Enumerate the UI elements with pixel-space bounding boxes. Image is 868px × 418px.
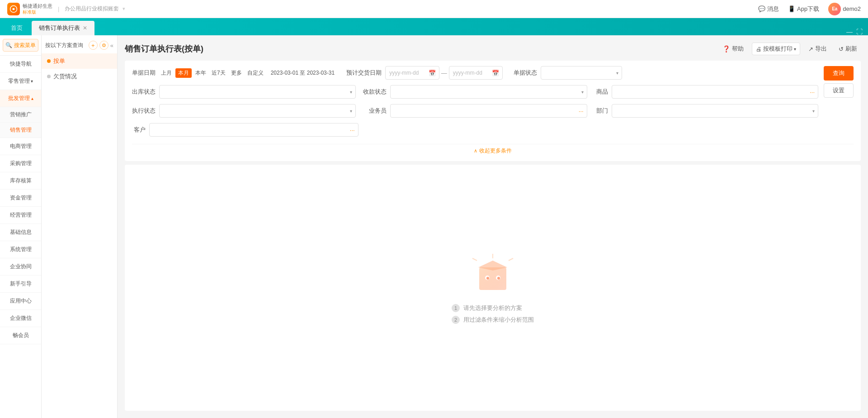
date-shortcut-7days[interactable]: 近7天 bbox=[210, 68, 227, 78]
salesperson-input[interactable] bbox=[390, 104, 587, 118]
sidebar-search-section: 🔍 搜索菜单 bbox=[0, 35, 41, 56]
sidebar-item-app-center[interactable]: 应用中心 bbox=[0, 293, 41, 310]
date-shortcut-this-month[interactable]: 本月 bbox=[175, 68, 192, 78]
customer-input[interactable] bbox=[149, 123, 359, 137]
minimize-icon[interactable]: — bbox=[846, 28, 853, 35]
sidebar-item-system[interactable]: 系统管理 bbox=[0, 241, 41, 258]
user-profile[interactable]: Ea demo2 bbox=[828, 3, 861, 15]
calendar-to-icon[interactable]: 📅 bbox=[492, 70, 499, 76]
out-status-select[interactable] bbox=[159, 85, 356, 99]
search-btn[interactable]: 查询 bbox=[824, 66, 854, 81]
date-shortcuts-group: 上月 本月 本年 近7天 更多 自定义 bbox=[159, 68, 265, 78]
expected-date-to-wrap: 📅 bbox=[449, 66, 503, 80]
date-separator: — bbox=[441, 70, 447, 76]
breadcrumb-separator: | bbox=[58, 5, 59, 12]
tab-sales-exec[interactable]: 销售订单执行表 ✕ bbox=[32, 21, 94, 35]
sidebar-item-basic-info[interactable]: 基础信息 bbox=[0, 224, 41, 241]
sidebar-item-wholesale[interactable]: 批发管理 ▴ bbox=[0, 90, 41, 107]
tab-actions: — ⛶ bbox=[841, 28, 868, 35]
left-panel-header: 按以下方案查询 + ⚙ « bbox=[42, 39, 117, 53]
message-btn[interactable]: 💬 消息 bbox=[758, 5, 779, 13]
chevron-down-icon: ▾ bbox=[31, 79, 33, 84]
filter-btn-group: 查询 设置 bbox=[824, 66, 854, 98]
customer-control: ··· bbox=[149, 123, 359, 137]
help-btn[interactable]: ❓ 帮助 bbox=[719, 43, 747, 55]
left-panel-manage-btn[interactable]: ⚙ bbox=[99, 41, 108, 50]
filter-main-area: 单据日期 上月 本月 本年 近7天 更多 自定义 bbox=[132, 66, 818, 138]
logo-icon bbox=[7, 3, 20, 15]
sidebar-item-finance[interactable]: 资金管理 bbox=[0, 190, 41, 207]
export-btn[interactable]: ↗ 导出 bbox=[805, 43, 830, 55]
app-download-icon: 📱 bbox=[788, 5, 795, 12]
exec-status-select[interactable] bbox=[159, 104, 356, 118]
refresh-btn[interactable]: ↺ 刷新 bbox=[835, 43, 861, 55]
sidebar-sub-item-marketing[interactable]: 营销推广 bbox=[0, 107, 41, 123]
breadcrumb[interactable]: 办公用品行业模拟账套 bbox=[65, 5, 119, 13]
salesperson-filter: 业务员 ··· bbox=[363, 104, 587, 118]
app-download-btn[interactable]: 📱 App下载 bbox=[788, 5, 819, 13]
left-panel-actions: + ⚙ « bbox=[89, 41, 113, 50]
sidebar-item-quick-nav[interactable]: 快捷导航 bbox=[0, 56, 41, 73]
status-select-wrap: ▾ bbox=[541, 66, 622, 80]
collapse-icon: ∧ bbox=[474, 148, 477, 154]
date-shortcut-custom[interactable]: 自定义 bbox=[245, 68, 265, 78]
sidebar-item-new-guide[interactable]: 新手引导 bbox=[0, 276, 41, 293]
svg-rect-1 bbox=[479, 267, 506, 290]
date-shortcut-this-year[interactable]: 本年 bbox=[193, 68, 208, 78]
exec-status-label: 执行状态 bbox=[132, 107, 156, 115]
left-panel-item-by-single[interactable]: 按单 bbox=[42, 53, 117, 69]
product-ellipsis-icon[interactable]: ··· bbox=[810, 89, 815, 95]
product-input[interactable] bbox=[612, 85, 818, 99]
sidebar-item-ecommerce[interactable]: 电商管理 bbox=[0, 138, 41, 155]
sidebar-item-retail[interactable]: 零售管理 ▾ bbox=[0, 73, 41, 90]
left-panel-add-btn[interactable]: + bbox=[89, 41, 98, 50]
empty-tip-1: 1 请先选择要分析的方案 bbox=[452, 304, 534, 312]
salesperson-ellipsis-icon[interactable]: ··· bbox=[579, 108, 584, 114]
sidebar-item-member[interactable]: 畅会员 bbox=[0, 327, 41, 344]
sidebar-sub-item-sales[interactable]: 销售管理 bbox=[0, 123, 41, 138]
sidebar-item-enterprise[interactable]: 企业协同 bbox=[0, 258, 41, 276]
empty-illustration bbox=[470, 252, 515, 297]
export-icon: ↗ bbox=[808, 46, 813, 52]
empty-state: 1 请先选择要分析的方案 2 用过滤条件来缩小分析范围 bbox=[125, 165, 861, 411]
sidebar-item-operations[interactable]: 经营管理 bbox=[0, 207, 41, 224]
item-dot-orange bbox=[47, 59, 51, 63]
filter-row-3: 执行状态 ▾ 业务员 bbox=[132, 104, 818, 118]
calendar-from-icon[interactable]: 📅 bbox=[429, 70, 436, 76]
date-shortcut-last-month[interactable]: 上月 bbox=[159, 68, 174, 78]
print-icon: 🖨 bbox=[756, 46, 762, 52]
collect-status-select[interactable] bbox=[390, 85, 587, 99]
dept-select[interactable] bbox=[612, 104, 818, 118]
expected-date-label: 预计交货日期 bbox=[345, 69, 382, 77]
sidebar-item-enterprise-wx[interactable]: 企业微信 bbox=[0, 310, 41, 327]
print-btn[interactable]: 🖨 按模板打印 ▾ bbox=[752, 43, 800, 55]
tab-close-icon[interactable]: ✕ bbox=[83, 25, 87, 31]
left-panel-item-by-debt[interactable]: 欠货情况 bbox=[42, 69, 117, 84]
collapse-more-btn[interactable]: ∧ 收起更多条件 bbox=[132, 144, 854, 156]
status-select[interactable] bbox=[541, 66, 622, 80]
customer-ellipsis-icon[interactable]: ··· bbox=[350, 127, 355, 133]
empty-tips: 1 请先选择要分析的方案 2 用过滤条件来缩小分析范围 bbox=[452, 304, 534, 324]
right-main: 销售订单执行表(按单) ❓ 帮助 🖨 按模板打印 ▾ ↗ bbox=[118, 35, 868, 418]
out-status-filter: 出库状态 ▾ bbox=[132, 85, 356, 99]
product-filter: 商品 ··· bbox=[594, 85, 818, 99]
search-menu-btn[interactable]: 🔍 搜索菜单 bbox=[3, 39, 38, 52]
tab-home[interactable]: 首页 bbox=[4, 21, 30, 35]
date-shortcut-more[interactable]: 更多 bbox=[229, 68, 244, 78]
page-header: 销售订单执行表(按单) ❓ 帮助 🖨 按模板打印 ▾ ↗ bbox=[125, 43, 861, 55]
exec-status-filter: 执行状态 ▾ bbox=[132, 104, 356, 118]
main-layout: 🔍 搜索菜单 快捷导航 零售管理 ▾ 批发管理 ▴ 营销推广 销售管理 电商管理… bbox=[0, 35, 868, 418]
sidebar-item-inventory[interactable]: 库存核算 bbox=[0, 172, 41, 190]
collect-status-control: ▾ bbox=[390, 85, 587, 99]
logo-text: 畅捷通好生意 标准版 bbox=[23, 3, 52, 15]
dept-filter: 部门 ▾ bbox=[594, 104, 818, 118]
breadcrumb-arrow[interactable]: ▾ bbox=[123, 6, 125, 12]
left-panel-collapse-btn[interactable]: « bbox=[110, 42, 113, 49]
filter-row-2: 出库状态 ▾ 收款状态 bbox=[132, 85, 818, 99]
dept-control: ▾ bbox=[612, 104, 818, 118]
sidebar-item-purchase[interactable]: 采购管理 bbox=[0, 155, 41, 172]
svg-point-4 bbox=[486, 277, 489, 280]
maximize-icon[interactable]: ⛶ bbox=[856, 28, 863, 35]
filter-row-4: 客户 ··· bbox=[132, 123, 818, 137]
reset-btn[interactable]: 设置 bbox=[824, 83, 854, 98]
